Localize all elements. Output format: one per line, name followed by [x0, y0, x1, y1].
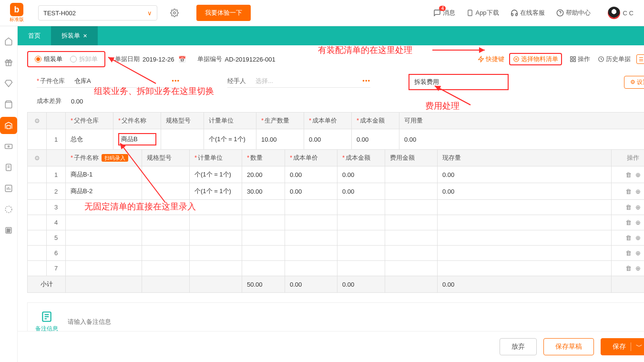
radio-checked-icon [35, 56, 41, 62]
nav-new-icon[interactable]: 新 [0, 222, 17, 239]
nav-bag-icon[interactable] [0, 96, 17, 113]
logo-icon: b [10, 3, 23, 16]
child-wh-value: 仓库A [74, 77, 91, 85]
scan-button[interactable]: 扫码录入 [102, 154, 128, 162]
org-select[interactable]: TEST-H002 ∨ [38, 5, 157, 21]
child-warehouse-field[interactable]: 子件仓库 仓库A ••• [37, 77, 180, 88]
subtotal-row: 小计 50.00 0.00 0.00 0.00 [28, 276, 644, 293]
history-icon [598, 56, 604, 62]
delete-icon[interactable]: 🗑 [625, 249, 632, 257]
radio-unchecked-icon [70, 56, 77, 62]
delete-icon[interactable]: 🗑 [625, 265, 632, 272]
settings-button[interactable]: ⚙设置 [624, 76, 644, 89]
nav-clipboard-icon[interactable] [0, 159, 17, 176]
delete-icon[interactable]: 🗑 [625, 204, 632, 211]
svg-rect-25 [571, 57, 572, 59]
copy-icon[interactable]: ⊕ [635, 219, 641, 226]
label-doc-date: 单据日期 [115, 55, 140, 63]
copy-icon[interactable]: ⊕ [635, 188, 641, 195]
handler-field[interactable]: 经手人 选择... ••• [227, 77, 370, 88]
content: 组装单 拆卸单 单据日期 2019-12-26 📅 单据编号 AD-201912… [18, 45, 644, 331]
delete-icon[interactable]: 🗑 [625, 234, 632, 241]
experience-button[interactable]: 我要体验一下 [196, 5, 251, 21]
table-row[interactable]: 5 🗑⊕ [28, 230, 644, 246]
delete-icon[interactable]: 🗑 [625, 219, 632, 226]
remark-input[interactable] [68, 318, 644, 325]
view-toggle[interactable]: ☰ ▦ [636, 54, 644, 64]
gear-icon[interactable]: ⚙ [28, 150, 47, 166]
doc-date-value[interactable]: 2019-12-26 [143, 56, 174, 63]
nav-sync-icon[interactable] [0, 201, 17, 218]
table-row[interactable]: 7 🗑⊕ [28, 261, 644, 276]
table-header-row: ⚙ 子件名称扫码录入 规格型号 计量单位 数量 成本单价 成本金额 费用金额 现… [28, 150, 644, 166]
delete-icon[interactable]: 🗑 [625, 188, 632, 195]
copy-icon[interactable]: ⊕ [635, 249, 641, 257]
tab-assembly[interactable]: 拆装单 ✕ [51, 26, 98, 45]
chevron-down-icon[interactable]: ﹀ [631, 342, 643, 351]
customer-service-button[interactable]: 在线客服 [511, 9, 545, 17]
gear-icon[interactable]: ⚙ [28, 113, 47, 129]
headset-icon [511, 9, 518, 17]
avatar [608, 7, 620, 19]
radio-assemble[interactable]: 组装单 [35, 55, 62, 63]
list-icon [513, 56, 520, 62]
parent-table: ⚙ 父件仓库 父件名称 规格型号 计量单位 生产数量 成本单价 成本金额 可用量… [27, 112, 644, 150]
table-row[interactable]: 2 商品B-2 个(1个 = 1个) 30.00 0.00 0.00 0.00 … [28, 183, 644, 200]
table-row[interactable]: 4 🗑⊕ [28, 215, 644, 230]
nav-money-icon[interactable] [0, 138, 17, 155]
svg-rect-28 [573, 60, 575, 62]
svg-rect-27 [571, 60, 572, 62]
quick-key-button[interactable]: 快捷键 [478, 55, 504, 63]
grid-icon [570, 56, 576, 62]
radio-disassemble[interactable]: 拆卸单 [70, 55, 98, 63]
table-row[interactable]: 1 总仓 商品B 个(1个 = 1个) 10.00 0.00 0.00 0.00 [28, 129, 644, 150]
svg-rect-1 [468, 10, 472, 16]
chevron-down-icon: ∨ [147, 10, 152, 17]
top-bar: b 标准版 TEST-H002 ∨ 我要体验一下 4 消息 App下载 在线客服… [0, 0, 644, 26]
messages-button[interactable]: 4 消息 [433, 9, 455, 17]
more-icon[interactable]: ••• [172, 77, 180, 84]
label-doc-no: 单据编号 [197, 55, 222, 63]
calendar-icon[interactable]: 📅 [178, 56, 186, 63]
list-view-icon: ☰ [637, 55, 644, 63]
nav-home-icon[interactable] [0, 33, 17, 50]
more-icon[interactable]: ••• [362, 77, 370, 84]
footer: 放弃 保存草稿 保存 ﹀ [18, 331, 644, 362]
history-button[interactable]: 历史单据 [598, 55, 631, 63]
copy-icon[interactable]: ⊕ [635, 234, 641, 241]
tab-strip: 首页 拆装单 ✕ ✕ [18, 26, 644, 45]
app-download-button[interactable]: App下载 [467, 9, 499, 17]
svg-rect-9 [7, 125, 10, 129]
parent-name-input[interactable]: 商品B [118, 133, 156, 145]
logo[interactable]: b 标准版 [5, 3, 29, 23]
delete-icon[interactable]: 🗑 [625, 171, 632, 178]
copy-icon[interactable]: ⊕ [635, 265, 641, 272]
tab-home[interactable]: 首页 [18, 26, 51, 45]
save-button[interactable]: 保存 ﹀ [601, 338, 644, 355]
fee-input[interactable]: 拆装费用 [409, 74, 509, 90]
label-cost-diff: 成本差异 [37, 97, 61, 105]
nav-diamond-icon[interactable] [0, 75, 17, 92]
table-row[interactable]: 1 商品B-1 个(1个 = 1个) 20.00 0.00 0.00 0.00 … [28, 166, 644, 183]
select-bom-button[interactable]: 选择物料清单 [509, 53, 562, 65]
remark-block: 备注信息 [27, 302, 644, 331]
remark-icon: 备注信息 [35, 310, 58, 331]
nav-warehouse-icon[interactable] [0, 117, 17, 134]
operations-button[interactable]: 操作 [570, 55, 590, 63]
save-draft-button[interactable]: 保存草稿 [543, 338, 594, 355]
doc-type-radio-group: 组装单 拆卸单 [27, 51, 105, 67]
help-icon [556, 9, 564, 17]
copy-icon[interactable]: ⊕ [635, 204, 641, 211]
nav-gift-icon[interactable] [0, 54, 17, 71]
table-row[interactable]: 3 🗑⊕ [28, 200, 644, 215]
close-icon[interactable]: ✕ [83, 33, 87, 39]
nav-report-icon[interactable] [0, 180, 17, 197]
label-child-wh: 子件仓库 [37, 77, 65, 85]
lightning-icon [478, 56, 484, 62]
user-menu[interactable]: C C [608, 7, 634, 19]
discard-button[interactable]: 放弃 [500, 338, 537, 355]
help-center-button[interactable]: 帮助中心 [556, 9, 591, 17]
settings-icon[interactable] [167, 5, 182, 21]
table-row[interactable]: 6 🗑⊕ [28, 246, 644, 261]
copy-icon[interactable]: ⊕ [635, 171, 641, 178]
